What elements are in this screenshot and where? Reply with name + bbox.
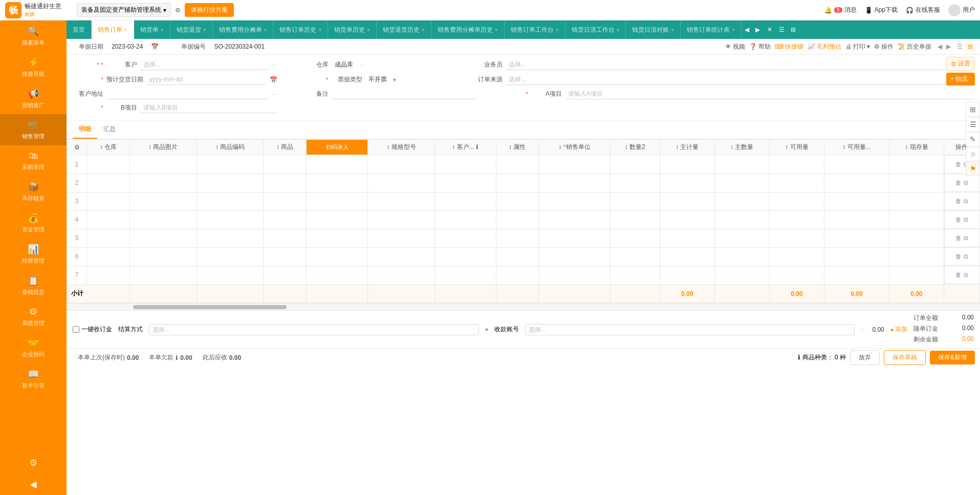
sidebar-item-purchase[interactable]: 🛍 采购管理 xyxy=(0,145,67,176)
tab-invoice-history[interactable]: 销货单历史 × xyxy=(328,20,377,39)
address-input[interactable] xyxy=(106,89,269,99)
col-product-code[interactable]: ↕ 商品编码 xyxy=(197,140,264,155)
settlement-input[interactable] xyxy=(149,324,479,335)
preview-button[interactable]: 👁 视频 xyxy=(725,42,745,51)
col-qty2[interactable]: ↕ 数量2 xyxy=(610,140,660,155)
tab-close-cash-reconcile[interactable]: × xyxy=(671,27,674,33)
right-panel-btn-1[interactable]: ⊞ xyxy=(966,102,980,117)
row-copy-icon[interactable]: ⧉ xyxy=(964,234,968,242)
system-selector[interactable]: 装备及固定资产辅助管理系统 ▾ xyxy=(77,3,171,17)
tab-sales-expense[interactable]: 销售费用分摊单 × xyxy=(213,20,274,39)
app-download-button[interactable]: 📱 App下载 xyxy=(865,6,898,14)
add-logistics-button[interactable]: + 物流 xyxy=(946,73,975,85)
tab-close-order-workbench[interactable]: × xyxy=(556,27,559,33)
add-button[interactable]: ● 添加 xyxy=(890,325,907,334)
sidebar-item-search[interactable]: 🔍 搜索菜单 xyxy=(0,20,67,52)
receipt-ellipsis[interactable]: ··· xyxy=(861,326,866,333)
col-scan[interactable]: 扫码录入 xyxy=(306,140,367,155)
grid-view-icon[interactable]: ⊞ xyxy=(967,42,974,51)
save-draft-button[interactable]: 保存草稿 xyxy=(884,350,926,365)
operation-button[interactable]: ⚙ 操作 xyxy=(874,42,894,51)
help-button[interactable]: ❓ 帮助 xyxy=(749,42,771,51)
user-menu-button[interactable]: 用户 xyxy=(948,4,975,16)
tab-close-sales-stats[interactable]: × xyxy=(732,27,735,33)
tab-menu-button[interactable]: ☰ xyxy=(776,20,788,39)
delivery-date-input[interactable] xyxy=(146,74,267,85)
gear-icon[interactable]: ⚙ xyxy=(175,7,181,14)
a-project-input[interactable] xyxy=(565,89,974,99)
col-gear[interactable]: ⚙ xyxy=(67,140,87,155)
sidebar-item-guide[interactable]: 📖 新手引导 xyxy=(0,363,67,395)
tab-close-sales-order[interactable]: × xyxy=(124,27,127,33)
sidebar-item-baseinfo[interactable]: 📋 基础信息 xyxy=(0,270,67,301)
invoice-chevron[interactable]: ▾ xyxy=(393,76,396,83)
delivery-calendar-icon[interactable]: 📅 xyxy=(270,76,277,83)
row-copy-icon[interactable]: ⧉ xyxy=(964,253,968,260)
col-attribute[interactable]: ↕ 属性 xyxy=(496,140,538,155)
tab-close-sales-return[interactable]: × xyxy=(203,27,206,33)
tab-expense-history[interactable]: 销售费用分摊单历史 × xyxy=(431,20,505,39)
one-click-checkbox-input[interactable] xyxy=(73,326,79,333)
calendar-icon[interactable]: 📅 xyxy=(151,43,159,50)
one-click-deposit-checkbox[interactable]: 一键收订金 xyxy=(73,325,112,334)
b-project-input[interactable] xyxy=(140,102,277,113)
tab-close-cash-workbench[interactable]: × xyxy=(617,27,620,33)
customer-input[interactable] xyxy=(140,59,269,70)
industry-button[interactable]: 体验行业方案 xyxy=(185,3,234,17)
customer-ellipsis[interactable]: ··· xyxy=(272,61,277,69)
tab-maximize-button[interactable]: ⊞ xyxy=(788,20,799,39)
col-available2[interactable]: ↕ 可用量... xyxy=(824,140,889,155)
staff-input[interactable] xyxy=(506,59,974,70)
tab-sales-return[interactable]: 销货退货 × xyxy=(170,20,213,39)
tab-home[interactable]: 首页 xyxy=(67,20,92,39)
col-sale-unit[interactable]: ↕ *销售单位 xyxy=(539,140,611,155)
sidebar-settings-button[interactable]: ⚙ xyxy=(0,452,67,474)
row-copy-icon[interactable]: ⧉ xyxy=(964,216,968,223)
right-panel-btn-2[interactable]: ☰ xyxy=(966,117,980,132)
profit-button[interactable]: 📈 毛利预估 xyxy=(808,42,841,51)
col-main-unit[interactable]: ↕ 主计量 xyxy=(660,140,714,155)
row-copy-icon[interactable]: ⧉ xyxy=(964,179,968,186)
nav-arrow-right[interactable]: ▶ xyxy=(946,43,951,50)
row-delete-icon[interactable]: 🗑 xyxy=(955,198,962,205)
sidebar-item-quicknav[interactable]: ⚡ 快捷导航 xyxy=(0,52,67,83)
online-service-button[interactable]: 🎧 在线客服 xyxy=(906,6,940,14)
col-current-stock[interactable]: ↕ 现存量 xyxy=(889,140,944,155)
col-customer-code[interactable]: ↕ 客户... ℹ xyxy=(434,140,496,155)
col-spec[interactable]: ↕ 规格型号 xyxy=(368,140,435,155)
tab-cash-workbench[interactable]: 钱货日清工作台 × xyxy=(565,20,626,39)
sidebar-item-sales[interactable]: 🛒 销售管理 xyxy=(0,114,67,145)
list-view-icon[interactable]: ☰ xyxy=(957,43,963,50)
sidebar-item-inventory[interactable]: 📦 库存核算 xyxy=(0,176,67,207)
save-new-button[interactable]: 保存&新增 xyxy=(930,351,975,364)
print-button[interactable]: 🖨 打印 ▾ xyxy=(845,42,870,51)
sidebar-item-marketing[interactable]: 📢 营销推广 xyxy=(0,83,67,114)
tab-nav-right[interactable]: ▶ xyxy=(752,20,763,39)
order-source-input[interactable] xyxy=(506,74,974,85)
right-panel-btn-5[interactable]: ⚑ xyxy=(966,162,980,176)
right-panel-btn-3[interactable]: ✎ xyxy=(966,132,980,146)
scan-btn[interactable]: 扫码录入 xyxy=(307,141,367,153)
settings-button[interactable]: ⚙ 设置 xyxy=(946,57,975,71)
tab-close-sales-expense[interactable]: × xyxy=(264,27,267,33)
horizontal-scrollbar[interactable] xyxy=(67,303,980,310)
tab-sales-order[interactable]: 销售订单 × xyxy=(92,20,134,39)
sidebar-item-finance[interactable]: 💰 资金管理 xyxy=(0,207,67,239)
warehouse-ellipsis[interactable]: ··· xyxy=(359,61,364,69)
tab-cash-reconcile[interactable]: 钱货日清对账 × xyxy=(626,20,681,39)
row-delete-icon[interactable]: 🗑 xyxy=(955,216,962,223)
tab-sales-invoice[interactable]: 销货单 × xyxy=(134,20,170,39)
notification-button[interactable]: 🔔 9 消息 xyxy=(824,6,857,14)
col-product[interactable]: ↕ 商品 xyxy=(264,140,306,155)
tab-detail[interactable]: 明细 xyxy=(73,121,97,139)
tab-return-history[interactable]: 销货退货历史 × xyxy=(377,20,431,39)
tab-add-button[interactable]: × xyxy=(763,20,776,39)
discard-button[interactable]: 放弃 xyxy=(850,350,880,365)
row-delete-icon[interactable]: 🗑 xyxy=(955,271,962,278)
sidebar-item-system[interactable]: ⚙ 系统管理 xyxy=(0,301,67,332)
sidebar-item-enterprise[interactable]: 🤝 企业协同 xyxy=(0,332,67,363)
tab-close-expense-history[interactable]: × xyxy=(495,27,498,33)
col-available[interactable]: ↕ 可用量 xyxy=(769,140,824,155)
shortcut-button[interactable]: ⌨ 快捷键 xyxy=(775,42,803,51)
nav-arrow-left[interactable]: ◀ xyxy=(938,43,942,50)
